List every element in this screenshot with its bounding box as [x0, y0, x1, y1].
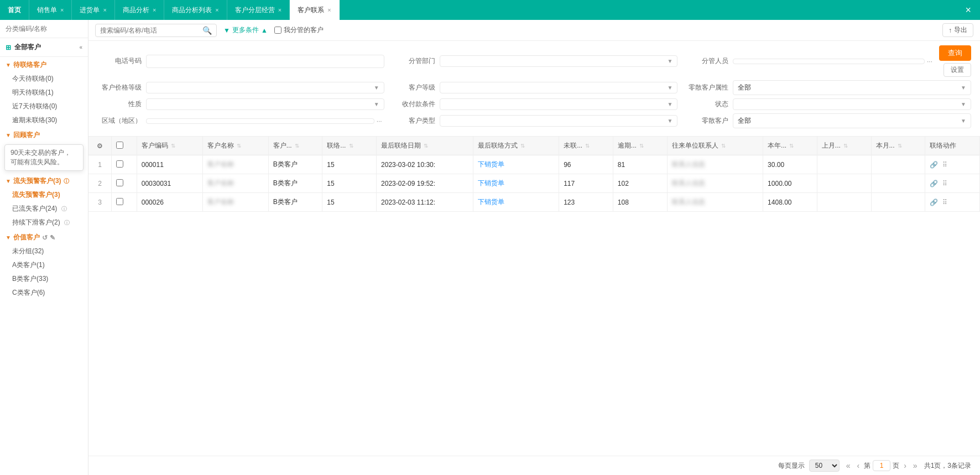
my-customers-checkbox[interactable] [274, 27, 282, 34]
tab-purchase-close[interactable]: × [103, 7, 106, 13]
filter-phone-input[interactable] [146, 55, 384, 68]
tab-sales-close[interactable]: × [60, 7, 64, 13]
filter-scatter-customer-select[interactable]: 全部 ▼ [733, 113, 971, 128]
row-1-contacts: 联系人信息 [667, 155, 763, 174]
sidebar-item-class-a[interactable]: A类客户(1) [0, 258, 88, 272]
sidebar-group-churn-warning[interactable]: ▼ 流失预警客户(3) ⓘ [0, 173, 88, 188]
filter-payment-select[interactable]: ▼ [440, 98, 678, 110]
th-overdue[interactable]: 逾期... ⇅ [613, 137, 667, 155]
filter-manager-select[interactable] [733, 59, 925, 64]
tab-goods-analysis-close[interactable]: × [153, 7, 156, 13]
filter-nature-select[interactable]: ▼ [146, 98, 384, 110]
export-button[interactable]: ↑ 导出 [942, 23, 973, 37]
window-close-button[interactable]: × [956, 4, 980, 16]
filter-scatter-attr-select[interactable]: 全部 ▼ [733, 80, 971, 95]
row-3-checkbox[interactable] [112, 193, 137, 212]
tab-goods-analysis[interactable]: 商品分析 × [115, 0, 164, 20]
th-overdue-label: 逾期... [618, 142, 637, 149]
th-this-month[interactable]: 本月... ⇅ [871, 137, 925, 155]
search-input[interactable] [100, 27, 202, 34]
th-type[interactable]: 客户... ⇅ [268, 137, 322, 155]
tab-goods-list[interactable]: 商品分析列表 × [164, 0, 227, 20]
row-3-select[interactable] [116, 198, 123, 205]
page-last-button[interactable]: » [911, 461, 920, 470]
row-2-menu-icon[interactable]: ⠿ [942, 180, 947, 187]
filter-region-dots[interactable]: ··· [374, 117, 384, 125]
row-2-last-contact-method[interactable]: 下销货单 [473, 174, 559, 193]
row-3-link-icon[interactable]: 🔗 [930, 199, 938, 206]
row-1-checkbox[interactable] [112, 155, 137, 174]
settings-button[interactable]: 设置 [943, 63, 971, 77]
th-settings[interactable]: ⚙ [88, 137, 112, 155]
sidebar-item-churn-warning-active[interactable]: 流失预警客户(3) [0, 188, 88, 202]
row-2-select[interactable] [116, 179, 123, 186]
page-size-select[interactable]: 50 20 100 [809, 460, 840, 472]
row-1-select[interactable] [116, 160, 123, 168]
value-refresh-icon[interactable]: ↺ [42, 234, 48, 242]
select-all-checkbox[interactable] [116, 142, 123, 149]
sidebar-search-input[interactable] [6, 25, 88, 33]
row-1-method-link[interactable]: 下销货单 [478, 160, 504, 168]
sidebar-item-ungrouped[interactable]: 未分组(32) [0, 244, 88, 258]
filter-manager-dots[interactable]: ··· [925, 58, 935, 65]
filter-row-4: 区域（地区） ··· 客户类型 ▼ 零散客户 全部 [97, 113, 971, 128]
sidebar-item-declining[interactable]: 持续下滑客户(2) ⓘ [0, 216, 88, 229]
sidebar-group-value-customer[interactable]: ▼ 价值客户 ↺ ✎ [0, 229, 88, 244]
row-1-menu-icon[interactable]: ⠿ [942, 161, 947, 169]
tab-customer-contact[interactable]: 客户联系 × [290, 0, 339, 20]
sidebar-item-class-b[interactable]: B类客户(33) [0, 272, 88, 286]
query-button[interactable]: 查询 [939, 45, 971, 61]
page-number-input[interactable] [873, 460, 890, 471]
row-3-name: 客户名称 [202, 193, 268, 212]
sidebar-item-class-c[interactable]: C类客户(6) [0, 286, 88, 300]
filter-customer-type-select[interactable]: ▼ [440, 115, 678, 127]
row-2-method-link[interactable]: 下销货单 [478, 179, 504, 187]
th-unit-contacts[interactable]: 往来单位联系人 ⇅ [667, 137, 763, 155]
row-3-method-link[interactable]: 下销货单 [478, 198, 504, 206]
tab-goods-list-close[interactable]: × [215, 7, 218, 13]
filter-field-scatter-customer: 零散客户 全部 ▼ [684, 113, 971, 128]
th-uncontacted[interactable]: 未联... ⇅ [559, 137, 613, 155]
th-last-contact-method[interactable]: 最后联络方式 ⇅ [473, 137, 559, 155]
th-last-contact-date[interactable]: 最后联络日期 ⇅ [377, 137, 473, 155]
more-filters-button[interactable]: ▼ 更多条件 ▲ [223, 25, 268, 35]
row-1-link-icon[interactable]: 🔗 [930, 161, 938, 169]
value-edit-icon[interactable]: ✎ [50, 234, 55, 242]
th-contact-count[interactable]: 联络... ⇅ [322, 137, 377, 155]
tab-customer-tier-close[interactable]: × [278, 7, 282, 13]
search-icon[interactable]: 🔍 [202, 26, 212, 35]
th-this-year[interactable]: 本年... ⇅ [763, 137, 817, 155]
filter-customer-level-select[interactable]: ▼ [440, 82, 678, 93]
tab-purchase[interactable]: 进货单 × [72, 0, 114, 20]
th-code[interactable]: 客户编码 ⇅ [137, 137, 202, 155]
sidebar-item-tomorrow-contact[interactable]: 明天待联络(1) [0, 86, 88, 100]
th-last-month[interactable]: 上月... ⇅ [817, 137, 871, 155]
page-first-button[interactable]: « [844, 461, 853, 470]
th-checkbox[interactable] [112, 137, 137, 155]
sidebar-item-week-contact[interactable]: 近7天待联络(0) [0, 100, 88, 113]
sidebar-item-overdue-contact[interactable]: 逾期未联络(30) [0, 113, 88, 127]
sidebar-group-review[interactable]: ▼ 回顾客户 [0, 127, 88, 142]
filter-status-select[interactable]: ▼ [733, 98, 971, 110]
row-3-last-contact-method[interactable]: 下销货单 [473, 193, 559, 212]
tab-customer-contact-close[interactable]: × [327, 7, 331, 13]
my-customers-checkbox-label[interactable]: 我分管的客户 [274, 25, 324, 35]
row-2-checkbox[interactable] [112, 174, 137, 193]
sidebar-all-customers[interactable]: ⊞ 全部客户 « [0, 38, 88, 57]
th-name[interactable]: 客户名称 ⇅ [202, 137, 268, 155]
filter-dept-select[interactable]: ▼ [440, 55, 678, 67]
row-2-link-icon[interactable]: 🔗 [930, 180, 938, 187]
sidebar-item-today-contact[interactable]: 今天待联络(0) [0, 72, 88, 86]
filter-status-label: 状态 [684, 100, 728, 109]
sidebar-group-pending-contact[interactable]: ▼ 待联络客户 [0, 57, 88, 72]
tab-home[interactable]: 首页 [0, 0, 29, 20]
tab-customer-tier[interactable]: 客户分层经营 × [227, 0, 290, 20]
page-next-button[interactable]: › [901, 461, 909, 470]
row-3-menu-icon[interactable]: ⠿ [942, 199, 947, 206]
row-1-last-contact-method[interactable]: 下销货单 [473, 155, 559, 174]
filter-region-select[interactable] [146, 118, 374, 124]
page-prev-button[interactable]: ‹ [855, 461, 862, 470]
sidebar-item-churned[interactable]: 已流失客户(24) ⓘ [0, 202, 88, 216]
tab-sales[interactable]: 销售单 × [29, 0, 72, 20]
filter-price-level-select[interactable]: ▼ [146, 82, 384, 93]
